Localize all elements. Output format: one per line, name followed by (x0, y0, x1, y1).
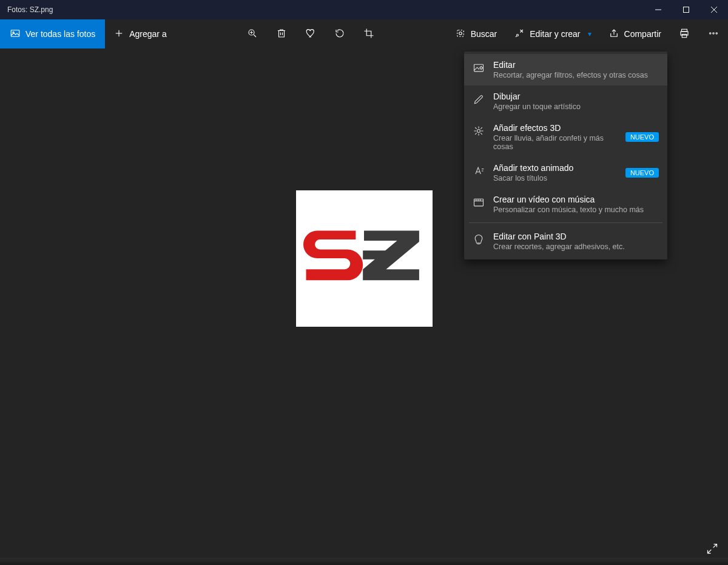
maximize-button[interactable] (672, 0, 700, 19)
video-music-icon (473, 196, 485, 210)
search-button[interactable]: Buscar (447, 19, 506, 48)
more-icon (708, 28, 719, 41)
crop-icon (363, 28, 374, 41)
add-to-button[interactable]: Agregar a (105, 19, 175, 48)
dropdown-desc: Recortar, agregar filtros, efectos y otr… (493, 71, 659, 79)
pen-icon (473, 93, 485, 107)
more-button[interactable] (699, 19, 728, 48)
edit-create-dropdown: Editar Recortar, agregar filtros, efecto… (464, 52, 667, 259)
svg-rect-27 (474, 64, 484, 72)
window-controls (644, 0, 728, 19)
add-to-label: Agregar a (129, 29, 166, 39)
dropdown-desc: Agregar un toque artístico (493, 102, 659, 111)
dropdown-text: Crear un vídeo con música Personalizar c… (493, 195, 659, 214)
share-button[interactable]: Compartir (600, 19, 670, 48)
print-button[interactable] (670, 19, 699, 48)
crop-button[interactable] (354, 19, 383, 48)
dropdown-label: Editar con Paint 3D (493, 232, 659, 241)
window-title: Fotos: SZ.png (7, 5, 53, 14)
close-button[interactable] (700, 0, 728, 19)
svg-rect-22 (682, 34, 687, 37)
sz-logo-icon (303, 225, 425, 292)
dropdown-text: Editar Recortar, agregar filtros, efecto… (493, 60, 659, 79)
svg-point-24 (713, 32, 714, 33)
svg-line-46 (713, 544, 717, 547)
svg-point-16 (517, 34, 519, 36)
displayed-image (296, 190, 433, 327)
dropdown-item-draw[interactable]: Dibujar Agregar un toque artístico (464, 85, 667, 117)
dropdown-item-animated-text[interactable]: Añadir texto animado Sacar los títulos N… (464, 157, 667, 189)
titlebar: Fotos: SZ.png (0, 0, 728, 19)
dropdown-text: Dibujar Agregar un toque artístico (493, 92, 659, 111)
search-label: Buscar (471, 29, 497, 39)
new-badge: NUEVO (625, 132, 659, 142)
center-tools (238, 19, 383, 48)
animated-text-icon (473, 165, 485, 179)
picture-icon (10, 28, 21, 41)
dropdown-desc: Crear recortes, agregar adhesivos, etc. (493, 242, 659, 251)
svg-point-23 (710, 32, 711, 33)
svg-line-47 (708, 549, 712, 553)
print-icon (679, 28, 690, 41)
chevron-down-icon: ▾ (588, 30, 592, 38)
svg-rect-4 (11, 30, 19, 36)
edit-tools-icon (514, 28, 525, 41)
zoom-icon (247, 28, 258, 41)
expand-icon (706, 543, 718, 557)
svg-line-35 (480, 127, 482, 129)
dropdown-label: Dibujar (493, 92, 659, 101)
svg-point-25 (716, 32, 717, 33)
heart-icon (305, 28, 316, 41)
dropdown-item-paint3d[interactable]: Editar con Paint 3D Crear recortes, agre… (464, 226, 667, 257)
new-badge: NUEVO (625, 168, 659, 178)
dropdown-text: Añadir efectos 3D Crear lluvia, añadir c… (493, 123, 613, 151)
rotate-button[interactable] (325, 19, 354, 48)
edit-image-icon (473, 62, 485, 76)
svg-point-15 (459, 32, 462, 35)
svg-rect-40 (474, 199, 484, 206)
zoom-button[interactable] (238, 19, 267, 48)
svg-line-36 (475, 133, 477, 135)
search-lens-icon (455, 28, 466, 41)
favorite-button[interactable] (296, 19, 325, 48)
edit-create-button[interactable]: Editar y crear ▾ (505, 19, 599, 48)
dropdown-label: Crear un vídeo con música (493, 195, 659, 204)
rotate-icon (334, 28, 345, 41)
svg-point-28 (477, 130, 480, 133)
dropdown-text: Añadir texto animado Sacar los títulos (493, 163, 613, 182)
plus-icon (113, 28, 124, 41)
svg-rect-14 (457, 30, 463, 36)
svg-line-33 (475, 127, 477, 129)
svg-line-9 (254, 35, 256, 37)
trash-icon (276, 28, 287, 41)
dropdown-desc: Sacar los títulos (493, 174, 613, 182)
delete-button[interactable] (267, 19, 296, 48)
dropdown-item-video-music[interactable]: Crear un vídeo con música Personalizar c… (464, 189, 667, 220)
svg-rect-1 (684, 7, 689, 13)
edit-create-label: Editar y crear (530, 29, 580, 39)
dropdown-label: Añadir efectos 3D (493, 123, 613, 133)
view-all-label: Ver todas las fotos (25, 29, 95, 39)
dropdown-item-3d-effects[interactable]: Añadir efectos 3D Crear lluvia, añadir c… (464, 117, 667, 157)
dropdown-desc: Crear lluvia, añadir confeti y más cosas (493, 134, 613, 151)
paint3d-icon (473, 233, 485, 247)
image-canvas[interactable]: Editar Recortar, agregar filtros, efecto… (0, 48, 728, 565)
dropdown-item-edit[interactable]: Editar Recortar, agregar filtros, efecto… (464, 54, 667, 85)
dropdown-label: Añadir texto animado (493, 163, 613, 173)
right-tools: Buscar Editar y crear ▾ Compartir (447, 19, 728, 48)
share-icon (608, 28, 619, 41)
view-all-photos-button[interactable]: Ver todas las fotos (0, 19, 105, 48)
dropdown-text: Editar con Paint 3D Crear recortes, agre… (493, 232, 659, 251)
svg-rect-26 (363, 250, 393, 259)
dropdown-separator (469, 222, 662, 223)
fullscreen-button[interactable] (704, 541, 721, 558)
minimize-button[interactable] (644, 0, 672, 19)
share-label: Compartir (624, 29, 661, 39)
dropdown-desc: Personalizar con música, texto y mucho m… (493, 206, 659, 214)
dropdown-label: Editar (493, 60, 659, 70)
toolbar: Ver todas las fotos Agregar a (0, 19, 728, 48)
taskbar-sliver (0, 558, 728, 565)
effects-3d-icon (473, 125, 485, 139)
svg-line-34 (480, 133, 482, 135)
